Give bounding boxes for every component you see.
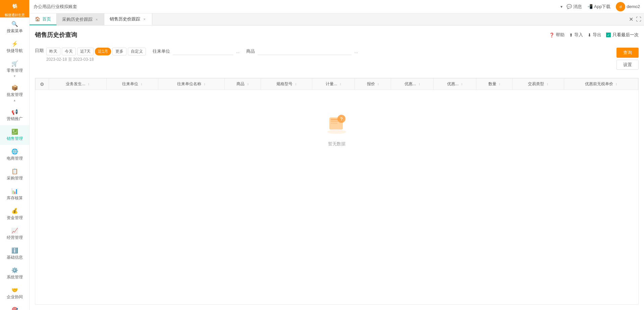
help-label: 帮助 <box>556 32 565 38</box>
product-filter: 商品 ... <box>246 48 358 55</box>
th-biz-date-label: 业务发生... <box>66 82 85 86</box>
sidebar-item-label: 营销推广 <box>7 116 23 122</box>
th-trade-type-label: 交易类型 <box>528 82 544 86</box>
th-pretax-price[interactable]: 优惠前无税单价 ↕ <box>564 79 638 90</box>
topbar-dropdown[interactable]: ▾ <box>560 4 562 9</box>
tab-home[interactable]: 🏠 首页 <box>30 13 57 25</box>
home-icon: 🏠 <box>35 16 40 21</box>
date-btn-more[interactable]: 更多 <box>112 48 126 55</box>
topbar-right: 💬 消息 📲 App下载 d demo2 <box>567 2 640 11</box>
topbar: 办公用品行业模拟账套 ▾ 💬 消息 📲 App下载 d demo2 <box>30 0 644 13</box>
sort-icon: ↕ <box>377 82 379 86</box>
finance-icon: 💰 <box>11 208 18 214</box>
help-button[interactable]: ❓ 帮助 <box>549 32 565 38</box>
sidebar-item-label: 批发管理 <box>7 92 23 98</box>
th-partner-name[interactable]: 往来单位名称 ↕ <box>158 79 225 90</box>
sidebar-item-wholesale[interactable]: 📦 批发管理 ▲ <box>0 81 30 105</box>
sidebar-item-search[interactable]: 🔍 搜索菜单 <box>0 17 30 37</box>
th-product-label: 商品 <box>236 82 245 86</box>
th-unit-label: 计量... <box>326 82 337 86</box>
date-controls: 昨天 今天 近7天 近1月 更多 自定义 2023-02-18 至 2023-0… <box>46 48 146 62</box>
export-label: 导出 <box>593 32 601 38</box>
header-actions: ❓ 帮助 ⬆ 导入 ⬇ 导出 ✓ 只看最后一次 <box>549 32 639 38</box>
main-area: 办公用品行业模拟账套 ▾ 💬 消息 📲 App下载 d demo2 🏠 首页 采… <box>30 0 644 310</box>
export-button[interactable]: ⬇ 导出 <box>588 32 601 38</box>
product-input[interactable] <box>258 48 352 55</box>
only-last-label: 只看最后一次 <box>612 32 639 38</box>
date-btn-today[interactable]: 今天 <box>62 48 76 55</box>
message-label: 消息 <box>573 4 582 10</box>
message-button[interactable]: 💬 消息 <box>567 4 582 10</box>
purchase-icon: 📋 <box>11 168 18 174</box>
tab-sales[interactable]: 销售历史价跟踪 × <box>104 13 152 25</box>
maximize-button[interactable]: ⛶ <box>636 16 641 22</box>
sort-icon: ↕ <box>247 82 249 86</box>
sidebar-item-label: 企业协同 <box>7 294 23 300</box>
svg-point-2 <box>327 130 346 134</box>
th-spec-label: 规格型号 <box>276 82 292 86</box>
partner-input[interactable] <box>173 48 233 55</box>
wholesale-icon: 📦 <box>11 85 18 91</box>
user-menu[interactable]: d demo2 <box>616 2 640 11</box>
column-settings-icon[interactable]: ⚙ <box>40 82 44 87</box>
sort-icon: ↕ <box>419 82 420 86</box>
th-discount2[interactable]: 优惠... ↕ <box>434 79 476 90</box>
date-btn-yesterday[interactable]: 昨天 <box>46 48 60 55</box>
th-quantity[interactable]: 数量 ↕ <box>476 79 513 90</box>
partner-dots[interactable]: ... <box>236 49 239 54</box>
import-button[interactable]: ⬆ 导入 <box>569 32 583 38</box>
page-header: 销售历史价查询 ❓ 帮助 ⬆ 导入 ⬇ 导出 ✓ 只看最后一次 <box>35 31 639 39</box>
empty-text: 暂无数据 <box>328 141 345 147</box>
th-discount1-label: 优惠... <box>405 82 416 86</box>
tab-purchase[interactable]: 采购历史价跟踪 × <box>57 13 104 25</box>
product-dots[interactable]: ... <box>354 49 358 54</box>
sidebar-item-shortcuts[interactable]: ⚡ 快捷导航 <box>0 37 30 57</box>
sidebar-item-label: 经营管理 <box>7 235 23 241</box>
chevron-down-icon: ▼ <box>13 74 16 78</box>
partner-filter-label: 往来单位 <box>153 48 170 54</box>
close-sales-tab[interactable]: × <box>142 17 146 21</box>
only-last-checkbox[interactable]: ✓ <box>606 33 611 37</box>
page-content: 销售历史价查询 ❓ 帮助 ⬆ 导入 ⬇ 导出 ✓ 只看最后一次 <box>30 25 644 310</box>
ecommerce-icon: 🌐 <box>11 148 18 155</box>
basic-info-icon: ℹ️ <box>11 247 18 254</box>
date-btn-1month[interactable]: 近1月 <box>95 48 111 55</box>
sidebar-item-sales-mgmt[interactable]: 💹 销售管理 <box>0 125 30 145</box>
th-partner-code[interactable]: 往来单位 ↕ <box>107 79 158 90</box>
sidebar-item-system[interactable]: ⚙️ 系统管理 <box>0 264 30 283</box>
th-trade-type[interactable]: 交易类型 ↕ <box>513 79 564 90</box>
only-last-checkbox-wrapper[interactable]: ✓ 只看最后一次 <box>606 32 639 38</box>
sidebar-item-purchase[interactable]: 📋 采购管理 <box>0 165 30 185</box>
sidebar-item-operations[interactable]: 📈 经营管理 <box>0 224 30 244</box>
query-button[interactable]: 查询 <box>616 48 639 58</box>
marketing-icon: 📢 <box>11 109 18 115</box>
app-icon: 📲 <box>587 4 593 9</box>
svg-rect-5 <box>331 121 339 122</box>
date-btn-custom[interactable]: 自定义 <box>128 48 146 55</box>
th-quote[interactable]: 报价 ↕ <box>355 79 391 90</box>
close-purchase-tab[interactable]: × <box>95 17 99 22</box>
help-icon: ❓ <box>549 33 554 38</box>
th-settings: ⚙ <box>36 79 49 90</box>
th-unit[interactable]: 计量... ↕ <box>312 79 355 90</box>
th-biz-date[interactable]: 业务发生... ↕ <box>49 79 107 90</box>
sidebar-item-ecommerce[interactable]: 🌐 电商管理 <box>0 145 30 165</box>
svg-rect-6 <box>331 123 337 124</box>
th-discount1[interactable]: 优惠... ↕ <box>391 79 434 90</box>
sidebar-item-newbie[interactable]: 🎯 新手引导 <box>0 303 30 310</box>
sidebar-item-inventory[interactable]: 📊 库存核算 <box>0 185 30 204</box>
sidebar-item-basic-info[interactable]: ℹ️ 基础信息 <box>0 244 30 264</box>
app-download-button[interactable]: 📲 App下载 <box>587 4 610 10</box>
tab-home-label: 首页 <box>42 16 51 22</box>
settings-button[interactable]: 设置 <box>616 60 639 70</box>
date-btn-7days[interactable]: 近7天 <box>77 48 94 55</box>
th-product[interactable]: 商品 ↕ <box>225 79 261 90</box>
sidebar-item-retail[interactable]: 🛒 零售管理 ▼ <box>0 57 30 81</box>
sidebar-item-cooperation[interactable]: 🤝 企业协同 <box>0 283 30 303</box>
sidebar-item-marketing[interactable]: 📢 营销推广 <box>0 105 30 125</box>
sidebar-item-label: 搜索菜单 <box>7 28 23 34</box>
close-all-tabs-button[interactable]: ✕ <box>629 16 633 22</box>
sort-icon: ↕ <box>499 82 500 86</box>
th-spec[interactable]: 规格型号 ↕ <box>261 79 312 90</box>
sidebar-item-finance[interactable]: 💰 资金管理 <box>0 204 30 224</box>
